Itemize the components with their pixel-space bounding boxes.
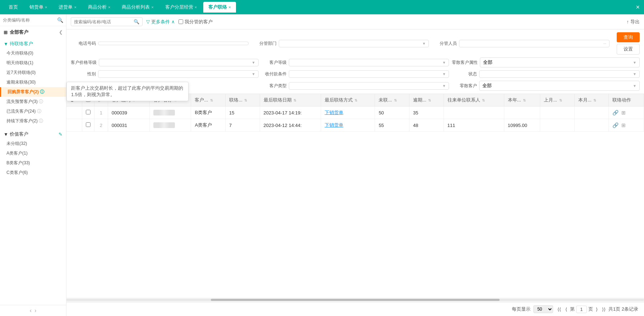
table-contacts-th[interactable]: 往来单位联系人 ⇅ bbox=[444, 94, 504, 107]
sidebar-group-label-waiting: ▼ 待联络客户 bbox=[0, 38, 66, 48]
sidebar-bottom-nav: ‹ › bbox=[0, 305, 66, 316]
nav-customer-mgmt-close[interactable]: × bbox=[195, 5, 197, 9]
sidebar-item-repurchase-abnormal[interactable]: 回购异常客户(2) ⓘ bbox=[0, 87, 66, 97]
table-this-month-th[interactable]: 本月... ⇅ bbox=[574, 94, 609, 107]
nav-sales-close[interactable]: × bbox=[45, 5, 47, 9]
row2-last-method[interactable]: 下销货单 bbox=[321, 119, 375, 132]
nav-analysis-list[interactable]: 商品分析列表 × bbox=[117, 2, 158, 13]
last-page-btn[interactable]: ⟩⟩ bbox=[601, 306, 607, 313]
filter-status-input[interactable]: ▼ bbox=[479, 70, 640, 78]
filter-phone-input[interactable] bbox=[98, 42, 249, 45]
sidebar-item-today[interactable]: 今天待联络(0) bbox=[0, 48, 66, 58]
query-button[interactable]: 查询 bbox=[617, 32, 640, 42]
row2-grid-icon[interactable]: ⊞ bbox=[621, 122, 626, 128]
row2-uncontacted: 55 bbox=[375, 119, 409, 132]
table-category-th[interactable]: 客户... ⇅ bbox=[191, 94, 226, 107]
sidebar-item-churned[interactable]: 已流失客户(24) ⓘ bbox=[0, 107, 66, 116]
search-input[interactable] bbox=[74, 19, 131, 24]
nav-customer-mgmt[interactable]: 客户分层经营 × bbox=[160, 2, 202, 13]
filter-price-level-input[interactable]: ▼ bbox=[99, 59, 259, 66]
filter-gender-input[interactable]: ▼ bbox=[98, 70, 259, 78]
sidebar-item-c-class[interactable]: C类客户(6) bbox=[0, 168, 66, 178]
nav-customer-contact-close[interactable]: × bbox=[228, 5, 231, 9]
sidebar-edit-icon[interactable]: ✎ bbox=[59, 132, 62, 137]
sidebar-search-icon[interactable]: 🔍 bbox=[57, 17, 63, 23]
table-last-month-th[interactable]: 上月... ⇅ bbox=[540, 94, 575, 107]
sidebar-prev-icon[interactable]: ‹ bbox=[30, 307, 32, 314]
row1-link-icon[interactable]: 🔗 bbox=[612, 110, 618, 115]
row2-this-month bbox=[574, 119, 609, 132]
sidebar-next-icon[interactable]: › bbox=[34, 307, 36, 314]
row2-name bbox=[149, 119, 191, 132]
nav-purchase-close[interactable]: × bbox=[74, 5, 76, 9]
sidebar-expand-icon-2[interactable]: ▼ bbox=[4, 132, 8, 137]
filter-dept-input[interactable]: ▼ bbox=[279, 40, 429, 47]
filter-customer-type-input[interactable]: ▼ bbox=[289, 82, 449, 90]
filter-customer-level-input[interactable]: ▼ bbox=[289, 59, 449, 66]
row1-settings bbox=[66, 107, 82, 119]
page-label: 第 bbox=[570, 306, 575, 312]
bottom-scrollbar[interactable] bbox=[66, 298, 644, 302]
sidebar-expand-icon[interactable]: ▼ bbox=[4, 41, 8, 47]
filter-phone: 电话号码 bbox=[71, 41, 249, 47]
filter-manager-input[interactable]: ··· bbox=[459, 40, 610, 47]
top-nav: 首页 销货单 × 进货单 × 商品分析 × 商品分析列表 × 客户分层经营 × … bbox=[0, 0, 644, 14]
table-last-date-th[interactable]: 最后联络日期 ⇅ bbox=[260, 94, 321, 107]
scroll-thumb[interactable] bbox=[211, 299, 500, 301]
sidebar-item-a-class[interactable]: A类客户(1) bbox=[0, 148, 66, 158]
search-box[interactable]: 🔍 bbox=[71, 17, 143, 26]
sidebar-item-overdue[interactable]: 逾期未联络(30) bbox=[0, 77, 66, 87]
my-customers-checkbox[interactable]: 我分管的客户 bbox=[179, 19, 213, 25]
per-page-select[interactable]: 10 20 50 100 bbox=[533, 305, 553, 313]
sidebar: 🔍 ⊞ 全部客户 ❮ ▼ 待联络客户 今天待联络(0) 明天待联络(1) 近7天… bbox=[0, 14, 66, 316]
filter-payment-input[interactable]: ▼ bbox=[289, 70, 449, 78]
table-this-year-th[interactable]: 本年... ⇅ bbox=[504, 94, 540, 107]
row1-checkbox[interactable] bbox=[82, 107, 94, 119]
next-page-btn[interactable]: ⟩ bbox=[594, 306, 599, 313]
sidebar-item-churn-warning[interactable]: 流失预警客户(3) ⓘ bbox=[0, 97, 66, 107]
row1-overdue: 35 bbox=[409, 107, 444, 119]
table-last-method-th[interactable]: 最后联络方式 ⇅ bbox=[321, 94, 375, 107]
row1-this-year bbox=[504, 107, 540, 119]
table-contact-th[interactable]: 联络... ⇅ bbox=[225, 94, 260, 107]
nav-analysis-close[interactable]: × bbox=[108, 5, 110, 9]
first-page-btn[interactable]: ⟨⟨ bbox=[556, 306, 562, 313]
table-overdue-th[interactable]: 逾期... ⇅ bbox=[409, 94, 444, 107]
nav-home[interactable]: 首页 bbox=[4, 2, 23, 13]
search-icon[interactable]: 🔍 bbox=[134, 19, 139, 24]
export-icon: ↑ bbox=[627, 19, 629, 24]
row1-grid-icon[interactable]: ⊞ bbox=[621, 110, 626, 115]
sidebar-item-declining[interactable]: 持续下滑客户(2) ⓘ bbox=[0, 116, 66, 126]
row2-link-icon[interactable]: 🔗 bbox=[612, 122, 618, 128]
chevron-up-icon: ∧ bbox=[171, 19, 175, 24]
filter-retail-customer-input[interactable]: 全部 ▼ bbox=[479, 81, 640, 91]
nav-customer-contact[interactable]: 客户联络 × bbox=[203, 2, 236, 13]
sidebar-item-b-class[interactable]: B类客户(33) bbox=[0, 158, 66, 168]
row1-select[interactable] bbox=[86, 110, 91, 114]
nav-sales[interactable]: 销货单 × bbox=[24, 2, 52, 13]
sidebar-all-customers[interactable]: ⊞ 全部客户 ❮ bbox=[0, 26, 66, 38]
more-filters-btn[interactable]: ▽ 更多条件 ∧ bbox=[146, 19, 175, 25]
nav-purchase[interactable]: 进货单 × bbox=[54, 2, 81, 13]
settings-button[interactable]: 设置 bbox=[617, 44, 640, 55]
sidebar-item-tomorrow[interactable]: 明天待联络(1) bbox=[0, 58, 66, 68]
per-page-label: 每页显示 bbox=[512, 306, 531, 312]
row2-select[interactable] bbox=[86, 122, 91, 127]
export-btn[interactable]: ↑ 导出 bbox=[627, 19, 640, 25]
sidebar-collapse-icon[interactable]: ❮ bbox=[59, 30, 62, 35]
page-suffix: 页 bbox=[588, 306, 593, 312]
sidebar-item-7days[interactable]: 近7天待联络(0) bbox=[0, 68, 66, 77]
row1-last-method[interactable]: 下销货单 bbox=[321, 107, 375, 119]
window-close-btn[interactable]: × bbox=[636, 4, 640, 11]
current-page[interactable]: 1 bbox=[576, 306, 587, 313]
nav-analysis-list-close[interactable]: × bbox=[151, 5, 153, 9]
my-customers-check[interactable] bbox=[179, 19, 183, 24]
table-uncontacted-th[interactable]: 未联... ⇅ bbox=[375, 94, 409, 107]
sidebar-search-input[interactable] bbox=[3, 18, 57, 23]
filter-btn-group: 查询 设置 bbox=[617, 32, 640, 55]
nav-analysis[interactable]: 商品分析 × bbox=[83, 2, 115, 13]
prev-page-btn[interactable]: ⟨ bbox=[564, 306, 569, 313]
filter-retail-attr-input[interactable]: 全部 ▼ bbox=[480, 57, 640, 67]
row2-checkbox[interactable] bbox=[82, 119, 94, 132]
sidebar-item-ungrouped[interactable]: 未分组(32) bbox=[0, 139, 66, 148]
